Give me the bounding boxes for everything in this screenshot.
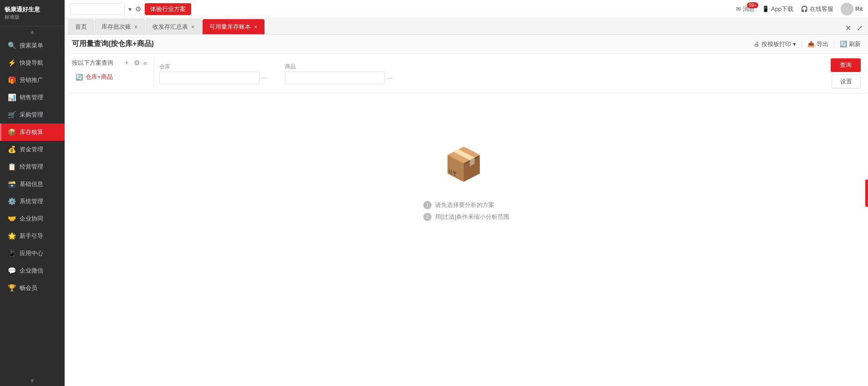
tab-home-label: 首页 [75, 23, 87, 31]
message-badge: 99+ [747, 2, 758, 8]
filter-area: 按以下方案查询 ＋ ⚙ « 🔄 仓库+商品 仓库 [65, 54, 868, 93]
export-icon: 📤 [807, 41, 815, 47]
tab-batch[interactable]: 库存批次账 ✕ [95, 19, 145, 34]
sidebar-item-purchase[interactable]: 🛒 采购管理 [0, 106, 65, 124]
purchase-icon: 🛒 [8, 111, 16, 119]
apps-icon: 📱 [8, 249, 16, 257]
warehouse-label: 仓库 [159, 63, 278, 71]
topbar-dropdown-button[interactable]: ▾ [128, 5, 132, 13]
divider2 [834, 41, 834, 48]
sidebar-logo-subtitle: 标准版 [5, 14, 60, 21]
export-button[interactable]: 📤 导出 [807, 40, 828, 48]
export-label: 导出 [817, 40, 828, 48]
product-input-row: ··· [285, 72, 403, 84]
guide-icon: 🌟 [8, 232, 16, 240]
maximize-window-button[interactable]: ⤢ [855, 22, 864, 34]
topbar: ▾ ⚙ 体验行业方案 ✉ 消息 99+ 📱 App下载 🎧 在线客服 Rit [65, 0, 868, 18]
sidebar-item-operation[interactable]: 📋 经营管理 [0, 158, 65, 175]
sidebar-item-wechat[interactable]: 💬 企业微信 [0, 262, 65, 279]
product-input[interactable] [285, 72, 385, 84]
sidebar-item-label: 销售管理 [20, 93, 43, 102]
product-label: 商品 [285, 63, 403, 71]
product-more-button[interactable]: ··· [387, 74, 392, 82]
close-window-button[interactable]: ✕ [843, 22, 853, 34]
app-label: App下载 [771, 5, 793, 13]
tip-num-1: 1 [423, 201, 431, 209]
sidebar-item-label: 采购管理 [20, 111, 43, 119]
filter-scheme-panel: 按以下方案查询 ＋ ⚙ « 🔄 仓库+商品 [72, 58, 154, 88]
filter-fields: 仓库 ··· 商品 ··· 查询 设置 [159, 58, 861, 88]
sidebar-item-member[interactable]: 🏆 畅会员 [0, 279, 65, 297]
wechat-icon: 💬 [8, 267, 16, 275]
sidebar-item-label: 经营管理 [20, 163, 43, 171]
tab-inout[interactable]: 收发存汇总表 ✕ [146, 19, 202, 34]
warehouse-filter-field: 仓库 ··· [159, 63, 278, 84]
sidebar-item-search[interactable]: 🔍 搜索菜单 [0, 37, 65, 54]
sidebar-item-guide[interactable]: 🌟 新手引导 [0, 227, 65, 245]
sidebar-item-label: 应用中心 [20, 249, 43, 257]
print-dropdown-icon: ▾ [793, 41, 796, 47]
sidebar-scroll-up[interactable]: ▲ [0, 26, 65, 37]
sidebar-item-quicknav[interactable]: ⚡ 快捷导航 [0, 54, 65, 72]
add-scheme-button[interactable]: ＋ [122, 58, 131, 67]
scheme-item-warehouse-product[interactable]: 🔄 仓库+商品 [72, 71, 148, 83]
right-edge-handle[interactable] [865, 180, 868, 207]
sidebar-item-finance[interactable]: 💰 资金管理 [0, 141, 65, 158]
app-download-button[interactable]: 📱 App下载 [762, 5, 793, 13]
sidebar-item-apps[interactable]: 📱 应用中心 [0, 245, 65, 262]
message-button[interactable]: ✉ 消息 99+ [736, 5, 755, 13]
settings-button[interactable]: 设置 [832, 75, 861, 88]
sidebar-item-basic[interactable]: 🗃️ 基础信息 [0, 175, 65, 193]
search-icon: 🔍 [8, 41, 16, 50]
sidebar-item-label: 企业微信 [20, 267, 43, 275]
member-icon: 🏆 [8, 284, 16, 292]
online-service-button[interactable]: 🎧 在线客服 [801, 5, 833, 13]
sidebar-item-label: 快捷导航 [20, 59, 43, 67]
scheme-item-label: 仓库+商品 [86, 73, 113, 81]
scheme-actions: ＋ ⚙ « [122, 58, 148, 67]
sidebar-item-enterprise[interactable]: 🤝 企业协同 [0, 210, 65, 227]
sidebar-scroll-down[interactable]: ▼ [0, 376, 65, 386]
sidebar-header: 畅康通好生意 标准版 [0, 0, 65, 26]
sidebar-item-marketing[interactable]: 🎁 营销推广 [0, 72, 65, 89]
topbar-search-input[interactable] [70, 3, 125, 15]
sidebar-item-label: 营销推广 [20, 76, 43, 84]
warehouse-input-row: ··· [159, 72, 278, 84]
print-button[interactable]: 🖨 按模板打印 ▾ [754, 40, 796, 48]
user-menu[interactable]: Rit [841, 3, 863, 15]
empty-icon: 📦 [444, 148, 489, 180]
tab-home[interactable]: 首页 [68, 19, 94, 34]
collapse-scheme-button[interactable]: « [142, 58, 148, 67]
query-button[interactable]: 查询 [831, 58, 861, 72]
topbar-gear-button[interactable]: ⚙ [135, 5, 141, 13]
tab-available-close[interactable]: ✕ [254, 24, 258, 30]
sidebar-item-label: 基础信息 [20, 180, 43, 188]
warehouse-input[interactable] [159, 72, 259, 84]
basic-icon: 🗃️ [8, 180, 16, 188]
refresh-button[interactable]: 🔄 刷新 [840, 40, 861, 48]
empty-state: 📦 1 请先选择要分析的方案 2 用[过滤]条件来缩小分析范围 [65, 93, 868, 276]
inventory-icon: 📦 [8, 128, 16, 136]
sidebar-item-system[interactable]: ⚙️ 系统管理 [0, 193, 65, 210]
scheme-item-icon: 🔄 [76, 74, 83, 81]
message-icon: ✉ [736, 5, 741, 12]
trial-industry-button[interactable]: 体验行业方案 [145, 3, 191, 15]
tab-available[interactable]: 可用量库存账本 ✕ [203, 19, 264, 34]
tab-available-label: 可用量库存账本 [209, 23, 251, 31]
page-header: 可用量查询(按仓库+商品) 🖨 按模板打印 ▾ 📤 导出 🔄 刷新 [65, 35, 868, 54]
sidebar-item-label: 企业协同 [20, 215, 43, 223]
sidebar-item-sales[interactable]: 📊 销售管理 [0, 89, 65, 106]
edit-scheme-button[interactable]: ⚙ [133, 58, 141, 67]
warehouse-more-button[interactable]: ··· [261, 74, 267, 82]
tabs-window-controls: ✕ ⤢ [843, 22, 864, 34]
sidebar-item-label: 系统管理 [20, 197, 43, 206]
empty-tip-2: 2 用[过滤]条件来缩小分析范围 [423, 213, 509, 221]
topbar-right: ✉ 消息 99+ 📱 App下载 🎧 在线客服 Rit [736, 3, 863, 15]
main-area: ▾ ⚙ 体验行业方案 ✉ 消息 99+ 📱 App下载 🎧 在线客服 Rit [65, 0, 868, 386]
sidebar-item-label: 畅会员 [20, 284, 37, 292]
phone-icon: 📱 [762, 5, 769, 12]
tab-inout-close[interactable]: ✕ [191, 24, 195, 30]
tab-batch-close[interactable]: ✕ [134, 24, 138, 30]
sidebar-item-inventory[interactable]: 📦 库存核算 [0, 124, 65, 141]
sidebar-item-label: 资金管理 [20, 145, 43, 154]
